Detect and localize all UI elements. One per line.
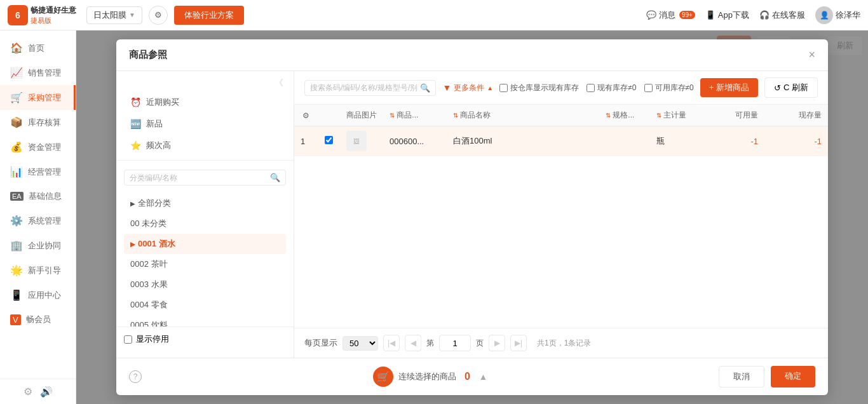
left-nav-recent[interactable]: ⏰ 近期购买	[124, 91, 286, 113]
category-item-0004[interactable]: 0004 零食	[124, 295, 286, 315]
sidebar-item-apps[interactable]: 📱 应用中心	[0, 283, 76, 307]
page-input[interactable]: 1	[439, 335, 471, 351]
cart-icon[interactable]: 🛒	[373, 367, 393, 387]
category-item-0001[interactable]: ▶ 0001 酒水	[124, 234, 286, 254]
sidebar-label: 应用中心	[28, 290, 61, 301]
check-warehouse-stock[interactable]: 按仓库显示现有库存	[499, 83, 579, 93]
settings-bottom-icon[interactable]: ⚙	[24, 386, 32, 398]
sidebar-item-enterprise[interactable]: 🏢 企业协同	[0, 233, 76, 258]
page-size-select[interactable]: 50 10 20 100	[342, 336, 378, 351]
category-item-0003[interactable]: 0003 水果	[124, 274, 286, 295]
filter-more-btn[interactable]: ▼ 更多条件 ▲	[442, 83, 493, 93]
main-layout: 🏠 首页 📈 销售管理 🛒 采购管理 📦 库存核算 💰 资金管理 📊 经营管理 …	[0, 30, 868, 404]
close-icon[interactable]: ×	[808, 48, 815, 62]
modal-body: 《 ⏰ 近期购买 🆕 新品 ⭐	[116, 71, 828, 358]
sidebar-label: 首页	[28, 43, 44, 54]
row-seq: 1	[294, 126, 317, 156]
filter-checkboxes: 按仓库显示现有库存 现有库存≠0 可用库存≠0	[499, 83, 694, 93]
table-row[interactable]: 1 🖼 000600... 白酒100ml	[294, 126, 828, 156]
basic-icon: EA	[10, 192, 24, 201]
product-search-input[interactable]	[310, 83, 417, 92]
refresh-btn[interactable]: ↺ C 刷新	[764, 77, 818, 98]
category-item-0005[interactable]: 0005 饮料	[124, 315, 286, 327]
col-settings[interactable]: ⚙	[294, 105, 317, 126]
product-table: ⚙ 商品图片 ⇅ 商品... ⇅	[294, 105, 828, 156]
left-nav-new[interactable]: 🆕 新品	[124, 113, 286, 135]
category-list: ▶ 全部分类 00 未分类 ▶ 0001 酒水 0002 茶	[116, 191, 294, 327]
logo-icon: 6	[8, 5, 28, 25]
category-item-00[interactable]: 00 未分类	[124, 213, 286, 234]
new-icon: 🆕	[130, 119, 141, 129]
modal-overlay: 商品参照 × 《 ⏰ 近期购买	[76, 30, 868, 404]
col-spec[interactable]: ⇅ 规格...	[599, 105, 650, 126]
cart-collapse-icon[interactable]: ▲	[479, 372, 488, 382]
refresh-icon: ↺	[774, 83, 781, 93]
category-name: 0003 水果	[130, 279, 168, 290]
col-img: 商品图片	[340, 105, 383, 126]
exp-btn[interactable]: 体验行业方案	[174, 6, 244, 25]
purchase-icon: 🛒	[10, 91, 23, 104]
category-name: 0002 茶叶	[130, 259, 168, 270]
sidebar-item-finance[interactable]: 💰 资金管理	[0, 135, 76, 159]
sidebar-item-guide[interactable]: 🌟 新手引导	[0, 258, 76, 283]
category-name: 全部分类	[138, 198, 171, 209]
sidebar-label: 畅会员	[26, 314, 51, 325]
sidebar-label: 库存核算	[28, 117, 61, 128]
next-page-btn[interactable]: ▶	[489, 335, 505, 351]
nav-selector[interactable]: 日太阳膜 ▼	[86, 6, 142, 24]
mobile-icon: 📱	[705, 10, 715, 20]
prev-page-btn[interactable]: ◀	[405, 335, 421, 351]
modal-footer: ? 🛒 连续选择的商品 0 ▲ 取消 确定	[116, 358, 828, 395]
content-area: 刷新 查询 设置 商品参照 × 《	[76, 30, 868, 404]
apps-icon: 📱	[10, 289, 23, 301]
product-table-wrap: ⚙ 商品图片 ⇅ 商品... ⇅	[294, 105, 828, 328]
collapse-icon[interactable]: 《	[272, 77, 286, 89]
sidebar-item-member[interactable]: V 畅会员	[0, 307, 76, 332]
sort-icon: ⇅	[656, 112, 661, 119]
sidebar-item-inventory[interactable]: 📦 库存核算	[0, 110, 76, 135]
customer-service-nav[interactable]: 🎧 在线客服	[759, 10, 805, 21]
search-icon: 🔍	[420, 83, 430, 93]
left-nav-frequent[interactable]: ⭐ 频次高	[124, 135, 286, 156]
search-icon: 🔍	[270, 173, 280, 182]
app-download-nav[interactable]: 📱 App下载	[705, 10, 749, 21]
logo-text: 畅捷通好生意 捷易版	[31, 5, 76, 25]
volume-icon[interactable]: 🔊	[40, 386, 53, 398]
left-nav: 《 ⏰ 近期购买 🆕 新品 ⭐	[116, 77, 294, 156]
category-search-input[interactable]	[130, 173, 268, 182]
show-disabled-checkbox[interactable]	[124, 335, 132, 344]
settings-icon[interactable]: ⚙	[149, 6, 168, 25]
category-name: 0005 饮料	[130, 320, 168, 327]
left-nav-new-label: 新品	[146, 118, 163, 130]
col-code[interactable]: ⇅ 商品...	[383, 105, 447, 126]
check-nonzero-avail[interactable]: 可用库存≠0	[644, 83, 694, 93]
confirm-button[interactable]: 确定	[771, 366, 815, 387]
sidebar-item-system[interactable]: ⚙️ 系统管理	[0, 208, 76, 233]
headset-icon: 🎧	[759, 10, 770, 20]
sort-icon: ⇅	[390, 112, 395, 119]
enterprise-icon: 🏢	[10, 239, 23, 252]
top-nav: 6 畅捷通好生意 捷易版 日太阳膜 ▼ ⚙ 体验行业方案 💬 消息 99+ 📱 …	[0, 0, 868, 30]
last-page-btn[interactable]: ▶|	[510, 335, 527, 351]
check-nonzero-stock[interactable]: 现有库存≠0	[587, 83, 636, 93]
first-page-btn[interactable]: |◀	[383, 335, 400, 351]
sidebar-item-sales[interactable]: 📈 销售管理	[0, 60, 76, 85]
sidebar-item-home[interactable]: 🏠 首页	[0, 36, 76, 60]
sidebar-item-purchase[interactable]: 🛒 采购管理	[0, 85, 76, 110]
row-checkbox[interactable]	[317, 126, 340, 156]
category-item-0002[interactable]: 0002 茶叶	[124, 254, 286, 274]
sidebar-label: 资金管理	[28, 142, 61, 153]
sidebar-label: 经营管理	[28, 166, 61, 178]
right-panel: 🔍 ▼ 更多条件 ▲ 按仓库显示现有库存	[294, 71, 828, 358]
messages-nav[interactable]: 💬 消息 99+	[646, 10, 695, 21]
help-icon[interactable]: ?	[129, 370, 142, 383]
sidebar-item-basic[interactable]: EA 基础信息	[0, 184, 76, 208]
add-product-btn[interactable]: + 新增商品	[700, 78, 758, 97]
category-item-all[interactable]: ▶ 全部分类	[124, 193, 286, 213]
col-name[interactable]: ⇅ 商品名称	[447, 105, 599, 126]
col-unit[interactable]: ⇅ 主计量	[650, 105, 701, 126]
user-nav[interactable]: 👤 徐泽华	[815, 6, 860, 24]
cancel-button[interactable]: 取消	[719, 366, 764, 387]
sort-icon: ⇅	[453, 112, 458, 119]
sidebar-item-management[interactable]: 📊 经营管理	[0, 159, 76, 184]
